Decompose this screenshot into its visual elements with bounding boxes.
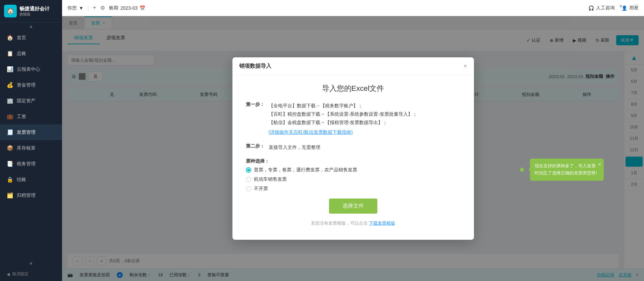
tooltip-popup: × 现在支持的票种多了，导入发票时别忘了选择正确的发票类型呀! <box>530 159 604 181</box>
chevron-down-icon: ▼ <box>79 5 84 11</box>
sidebar-item-label: 税务管理 <box>17 161 36 167</box>
radio-unchecked-icon <box>246 177 251 182</box>
close-window-btn[interactable]: × <box>613 0 629 13</box>
modal-heading: 导入您的Excel文件 <box>246 83 461 94</box>
assets-icon: 🏢 <box>7 98 13 104</box>
step1-label: 第一步： <box>246 102 265 137</box>
step1-content: 【全电平台】数据下载→【税务数字账户】； 【百旺】税控盘数据下载→【系统设置-系… <box>269 102 417 137</box>
add-button[interactable]: + <box>93 4 97 11</box>
modal-btn-row: 选择文件 <box>246 199 461 214</box>
modal-title: 销项数据导入 <box>239 63 271 70</box>
headset-icon: 🎧 <box>588 5 594 11</box>
step2-content: 直接导入文件，无需整理 <box>269 143 320 152</box>
pin-icon: ◀ <box>7 272 10 277</box>
step-1: 第一步： 【全电平台】数据下载→【税务数字账户】； 【百旺】税控盘数据下载→【系… <box>246 102 461 137</box>
calendar-icon: 📅 <box>140 5 145 11</box>
maximize-window-btn[interactable]: □ <box>629 0 644 13</box>
consult-button[interactable]: 🎧 人工咨询 <box>588 5 615 11</box>
sidebar-item-salary[interactable]: 💼 工资 <box>0 109 62 124</box>
sidebar-item-ledger[interactable]: 📋 总账 <box>0 46 62 61</box>
radio-option-3[interactable]: 不开票 <box>246 186 461 192</box>
modal-close-btn[interactable]: × <box>464 63 467 70</box>
sidebar-item-tax[interactable]: 📑 税务管理 <box>0 156 62 172</box>
ledger-icon: 📋 <box>7 50 13 57</box>
window-controls: × □ <box>613 0 644 13</box>
tax-icon: 📑 <box>7 161 13 167</box>
radio-option-1[interactable]: 普票，专票，卷票，通行费发票，农产品销售发票 <box>246 167 461 173</box>
download-template-link[interactable]: 下载发票模版 <box>369 221 395 226</box>
radio-checked-icon <box>246 167 251 173</box>
tooltip-dot <box>520 168 524 172</box>
sidebar-item-label: 发票管理 <box>17 129 36 135</box>
radio-unchecked-icon-2 <box>246 186 251 191</box>
modal-overlay: 销项数据导入 × 导入您的Excel文件 第一步： 【全电平台】数据下载→【税务… <box>62 16 644 281</box>
inventory-icon: 📦 <box>7 145 13 151</box>
sidebar-item-home[interactable]: 🏠 首页 <box>0 30 62 46</box>
sidebar-item-label: 工资 <box>17 114 26 120</box>
reports-icon: 📊 <box>7 66 13 72</box>
tooltip-text: 现在支持的票种多了，导入发票时别忘了选择正确的发票类型呀! <box>535 163 597 175</box>
sidebar-item-reports[interactable]: 📊 云报表中心 <box>0 61 62 77</box>
sidebar-logo: 🏠 畅捷通好会计 旗舰版 <box>0 0 62 22</box>
sidebar-item-close[interactable]: 🔒 结账 <box>0 172 62 187</box>
sidebar-item-label: 归档管理 <box>17 192 36 199</box>
sidebar-item-label: 首页 <box>17 35 26 41</box>
funds-icon: 💰 <box>7 82 13 88</box>
tooltip-close-btn[interactable]: × <box>598 161 601 168</box>
sidebar-item-label: 固定资产 <box>17 98 36 104</box>
sidebar-item-label: 资金管理 <box>17 82 36 88</box>
period-selector[interactable]: 账期 2023-03 📅 <box>109 5 145 11</box>
sidebar: 🏠 畅捷通好会计 旗舰版 ▲ 🏠 首页 📋 总账 📊 云报表中心 💰 资金管 <box>0 0 62 281</box>
sidebar-item-label: 结账 <box>17 177 26 183</box>
sidebar-item-invoice[interactable]: 🧾 发票管理 <box>0 124 62 140</box>
select-file-btn[interactable]: 选择文件 <box>329 199 377 214</box>
home-icon: 🏠 <box>7 35 13 41</box>
import-modal: 销项数据导入 × 导入您的Excel文件 第一步： 【全电平台】数据下载→【税务… <box>232 57 474 240</box>
topbar: 你您 ▼ | + ⚙ 账期 2023-03 📅 🎧 人工咨询 👤 用友 <box>62 0 644 16</box>
step-2: 第二步： 直接导入文件，无需整理 <box>246 143 461 152</box>
sidebar-item-archive[interactable]: 🗂️ 归档管理 <box>0 187 62 203</box>
separator: | <box>88 5 89 11</box>
sidebar-scroll-up[interactable]: ▲ <box>0 22 62 30</box>
sidebar-item-inventory[interactable]: 📦 库存核算 <box>0 140 62 156</box>
sidebar-nav: 🏠 首页 📋 总账 📊 云报表中心 💰 资金管理 🏢 固定资产 💼 工资 <box>0 30 62 260</box>
archive-icon: 🗂️ <box>7 192 13 199</box>
sidebar-unpin[interactable]: ◀ 取消固定 <box>0 267 62 281</box>
app-logo-text: 畅捷通好会计 旗舰版 <box>19 6 50 17</box>
sidebar-item-label: 总账 <box>17 51 26 57</box>
modal-footer: 若您没有发票模版，可以点击 下载发票模版 <box>246 220 461 226</box>
step2-label: 第二步： <box>246 143 265 152</box>
modal-body: 导入您的Excel文件 第一步： 【全电平台】数据下载→【税务数字账户】； 【百… <box>232 75 474 240</box>
sidebar-item-label: 库存核算 <box>17 145 36 151</box>
modal-header: 销项数据导入 × <box>232 57 474 75</box>
radio-group: 普票，专票，卷票，通行费发票，农产品销售发票 机动车销售发票 不开票 <box>246 167 461 192</box>
close-accounts-icon: 🔒 <box>7 176 13 183</box>
salary-icon: 💼 <box>7 113 13 120</box>
sidebar-item-assets[interactable]: 🏢 固定资产 <box>0 93 62 109</box>
guide-link[interactable]: (详细操作见百旺/航信发票数据下载指南) <box>269 129 353 135</box>
ticket-label: 票种选择： <box>246 158 269 164</box>
sidebar-item-funds[interactable]: 💰 资金管理 <box>0 77 62 93</box>
app-logo-icon: 🏠 <box>4 5 17 17</box>
sidebar-scroll-down[interactable]: ▼ <box>0 260 62 267</box>
company-selector[interactable]: 你您 ▼ <box>67 5 84 11</box>
sidebar-item-label: 云报表中心 <box>17 66 40 72</box>
ticket-choice: 票种选择： 普票，专票，卷票，通行费发票，农产品销售发票 机动车销售发票 不开票 <box>246 158 461 192</box>
radio-option-2[interactable]: 机动车销售发票 <box>246 176 461 182</box>
invoice-icon: 🧾 <box>7 129 13 135</box>
settings-icon[interactable]: ⚙ <box>100 5 105 11</box>
